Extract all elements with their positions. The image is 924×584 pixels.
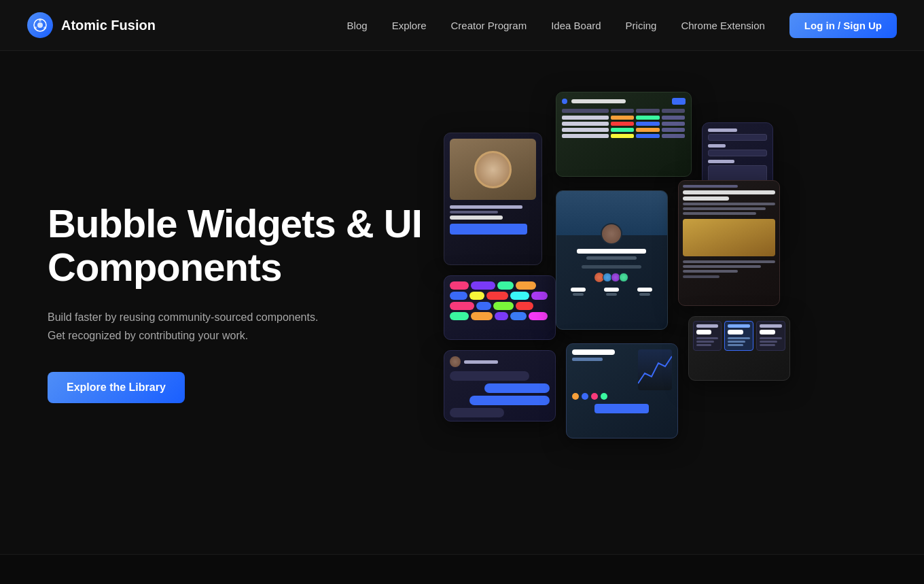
screenshot-project <box>556 92 692 177</box>
logo-icon <box>27 12 53 38</box>
nav-pricing[interactable]: Pricing <box>626 20 657 31</box>
pricing-card-3 <box>756 321 785 351</box>
screenshot-watch <box>444 133 542 265</box>
explore-library-button[interactable]: Explore the Library <box>48 372 185 403</box>
svg-point-3 <box>43 27 46 29</box>
screenshot-profile <box>556 190 668 330</box>
nav-explore[interactable]: Explore <box>392 20 427 31</box>
svg-point-1 <box>37 22 43 28</box>
nav-chrome-extension[interactable]: Chrome Extension <box>681 20 764 31</box>
screenshot-pricing <box>688 316 790 381</box>
nav-links: Blog Explore Creator Program Idea Board … <box>347 13 897 38</box>
navbar: Atomic Fusion Blog Explore Creator Progr… <box>0 0 924 51</box>
pricing-card-featured <box>724 321 753 351</box>
hero-title: Bubble Widgets & UI Components <box>48 202 430 289</box>
hero-visuals <box>444 92 898 513</box>
profile-avatar <box>601 223 622 245</box>
logo-container[interactable]: Atomic Fusion <box>27 12 156 38</box>
svg-point-2 <box>39 19 41 22</box>
nav-blog[interactable]: Blog <box>347 20 368 31</box>
hero-content: Bubble Widgets & UI Components Build fas… <box>48 202 430 403</box>
bottom-cta-section: Get the Chrome Extension <box>0 554 924 584</box>
nav-idea-board[interactable]: Idea Board <box>551 20 601 31</box>
hero-description: Build faster by reusing community-source… <box>48 308 430 345</box>
login-signup-button[interactable]: Log in / Sign Up <box>789 13 897 38</box>
svg-point-4 <box>34 27 37 29</box>
hero-section: Bubble Widgets & UI Components Build fas… <box>0 51 924 554</box>
screenshot-tags <box>444 275 556 340</box>
pricing-card-1 <box>693 321 722 351</box>
screenshot-crypto <box>566 343 678 439</box>
watch-image <box>474 151 512 188</box>
screenshot-chat <box>444 350 556 422</box>
screenshot-blog <box>678 180 780 306</box>
nav-creator-program[interactable]: Creator Program <box>450 20 527 31</box>
brand-name: Atomic Fusion <box>61 18 156 33</box>
